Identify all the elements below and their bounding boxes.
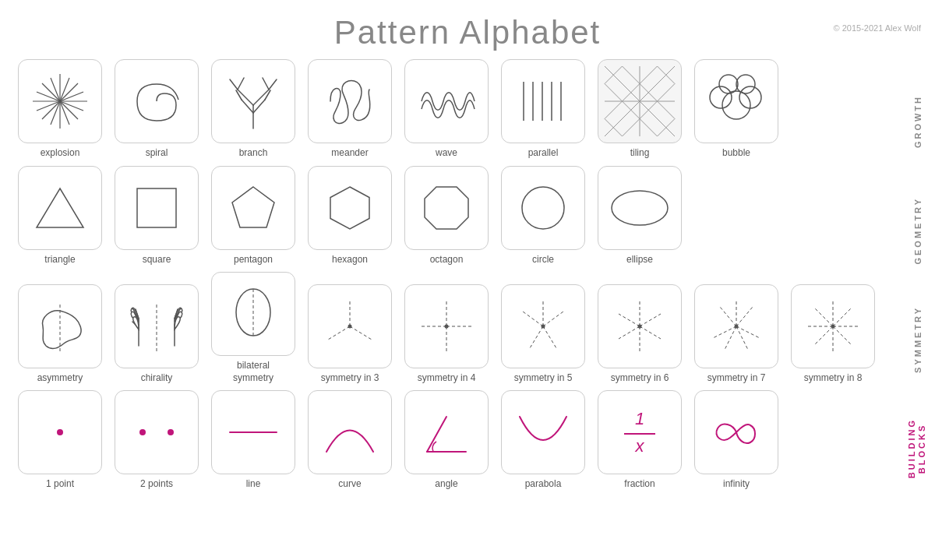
item-sym6[interactable]: symmetry in 6 xyxy=(594,284,686,385)
item-ellipse[interactable]: ellipse xyxy=(594,166,686,266)
svg-line-88 xyxy=(619,314,640,326)
item-chirality[interactable]: chirality xyxy=(111,284,203,385)
label-angle: angle xyxy=(435,478,457,491)
item-bilateral[interactable]: bilateralsymmetry xyxy=(207,272,299,384)
svg-point-44 xyxy=(722,91,750,119)
item-wave[interactable]: wave xyxy=(400,59,492,160)
svg-marker-49 xyxy=(37,188,83,227)
label-pentagon: pentagon xyxy=(234,254,273,266)
card-sym8 xyxy=(791,284,875,368)
label-parallel: parallel xyxy=(528,147,559,160)
item-1point[interactable]: 1 point xyxy=(14,390,106,491)
svg-point-48 xyxy=(736,75,755,93)
svg-line-26 xyxy=(265,90,270,100)
svg-line-71 xyxy=(350,326,372,340)
svg-line-25 xyxy=(236,90,242,100)
card-1point xyxy=(18,390,102,474)
svg-line-103 xyxy=(833,308,851,326)
card-sym4 xyxy=(404,284,489,368)
grid-area: explosion spiral xyxy=(0,59,900,511)
item-octagon[interactable]: octagon xyxy=(400,166,492,266)
item-sym3[interactable]: symmetry in 3 xyxy=(304,284,396,385)
label-asymmetry: asymmetry xyxy=(37,372,83,385)
card-sym7 xyxy=(694,284,778,368)
svg-line-23 xyxy=(263,78,269,90)
label-sym6: symmetry in 6 xyxy=(611,372,669,385)
label-infinity: infinity xyxy=(723,478,750,491)
svg-text:x: x xyxy=(635,436,645,456)
item-asymmetry[interactable]: asymmetry xyxy=(14,284,106,385)
building-row: 1 point 2 points xyxy=(14,390,892,491)
item-parallel[interactable]: parallel xyxy=(497,59,589,160)
item-explosion[interactable]: explosion xyxy=(14,59,106,160)
item-curve[interactable]: curve xyxy=(304,390,396,491)
item-angle[interactable]: angle xyxy=(400,390,492,491)
item-meander[interactable]: meander xyxy=(304,59,396,160)
card-square xyxy=(115,166,199,250)
section-labels: GROWTH GEOMETRY SYMMETRY BUILDING BLOCKS xyxy=(900,59,935,511)
item-branch[interactable]: branch xyxy=(207,59,299,160)
item-circle[interactable]: circle xyxy=(497,166,589,266)
svg-line-80 xyxy=(543,326,556,348)
label-octagon: octagon xyxy=(430,254,464,266)
card-angle xyxy=(404,390,489,474)
card-meander xyxy=(308,59,392,143)
label-circle: circle xyxy=(532,254,554,266)
item-square[interactable]: square xyxy=(111,166,203,266)
svg-point-108 xyxy=(139,429,146,435)
item-sym7[interactable]: symmetry in 7 xyxy=(690,284,782,385)
item-triangle[interactable]: triangle xyxy=(14,166,106,266)
symmetry-row: asymmetry xyxy=(14,272,892,384)
svg-point-107 xyxy=(57,429,63,435)
svg-line-7 xyxy=(60,101,78,119)
item-sym5[interactable]: symmetry in 5 xyxy=(497,284,589,385)
svg-line-86 xyxy=(640,314,661,326)
item-tiling[interactable]: tiling xyxy=(594,59,686,160)
item-pentagon[interactable]: pentagon xyxy=(207,166,299,266)
card-bilateral xyxy=(211,272,295,356)
svg-line-82 xyxy=(523,312,543,326)
svg-line-106 xyxy=(833,326,851,344)
card-explosion xyxy=(18,59,102,143)
geometry-label-container: GEOMETRY xyxy=(900,176,935,285)
card-chirality xyxy=(115,284,199,368)
card-infinity xyxy=(694,390,778,474)
label-tiling: tiling xyxy=(630,147,650,160)
svg-line-112 xyxy=(427,417,446,452)
label-branch: branch xyxy=(239,147,268,160)
symmetry-side-label: SYMMETRY xyxy=(913,306,923,373)
card-tiling xyxy=(598,59,682,143)
svg-text:1: 1 xyxy=(635,409,644,428)
card-octagon xyxy=(404,166,489,250)
item-line[interactable]: line xyxy=(207,390,299,491)
item-sym4[interactable]: symmetry in 4 xyxy=(400,284,492,385)
svg-line-81 xyxy=(530,326,543,348)
label-parabola: parabola xyxy=(525,478,562,491)
card-sym6 xyxy=(598,284,682,368)
item-bubble[interactable]: bubble xyxy=(690,59,782,160)
label-sym8: symmetry in 8 xyxy=(804,372,863,385)
svg-line-95 xyxy=(725,326,736,350)
item-hexagon[interactable]: hexagon xyxy=(304,166,396,266)
card-spiral xyxy=(115,59,199,143)
symmetry-label-container: SYMMETRY xyxy=(900,285,935,394)
card-circle xyxy=(501,166,585,250)
symmetry-section: asymmetry xyxy=(14,272,892,384)
main-content: explosion spiral xyxy=(0,59,935,511)
item-parabola[interactable]: parabola xyxy=(497,390,589,491)
svg-line-94 xyxy=(736,326,748,350)
card-asymmetry xyxy=(18,284,102,368)
building-section: 1 point 2 points xyxy=(14,390,892,491)
item-infinity[interactable]: infinity xyxy=(690,390,782,491)
item-fraction[interactable]: 1 x fraction xyxy=(594,390,686,491)
item-2points[interactable]: 2 points xyxy=(111,390,203,491)
card-sym5 xyxy=(501,284,585,368)
label-chirality: chirality xyxy=(141,372,173,385)
svg-marker-53 xyxy=(425,187,468,229)
item-sym8[interactable]: symmetry in 8 xyxy=(787,284,879,385)
card-curve xyxy=(308,390,392,474)
svg-line-92 xyxy=(736,307,753,326)
geometry-section: triangle square xyxy=(14,166,892,266)
label-hexagon: hexagon xyxy=(332,254,368,266)
item-spiral[interactable]: spiral xyxy=(111,59,203,160)
